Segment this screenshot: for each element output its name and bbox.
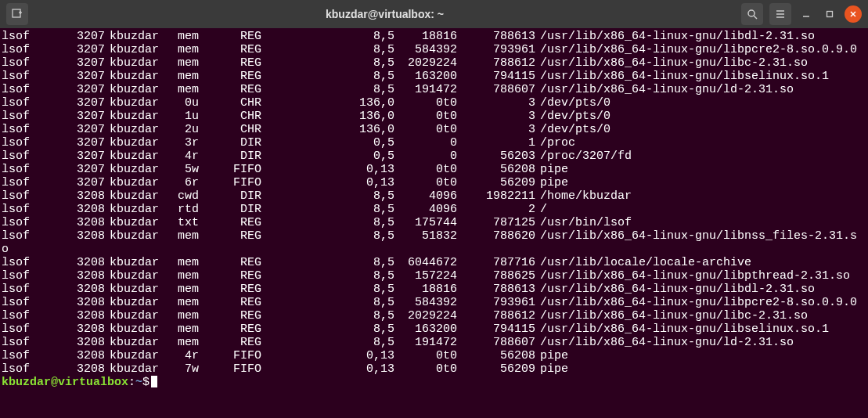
output-row: lsof3208kbuzdarmemREG8,5584392793961/usr… (2, 296, 866, 309)
cell-dev: 8,5 (261, 269, 394, 283)
output-row: lsof3208kbuzdarmemREG8,5157224788625/usr… (2, 269, 866, 283)
cell-node: 788612 (457, 56, 535, 70)
maximize-button[interactable] (821, 5, 838, 23)
cell-pid: 3208 (58, 229, 105, 243)
cell-type: FIFO (199, 176, 261, 189)
cell-cmd: lsof (2, 336, 58, 349)
cell-cmd: lsof (2, 110, 58, 123)
cell-type: REG (199, 83, 261, 96)
cell-size: 4096 (394, 203, 457, 216)
cell-pid: 3207 (58, 70, 105, 83)
cell-cmd: lsof (2, 30, 58, 43)
cell-size: 157224 (394, 269, 457, 283)
terminal-output[interactable]: lsof3207kbuzdarmemREG8,518816788613/usr/… (0, 28, 868, 391)
cell-user: kbuzdar (105, 362, 160, 376)
minimize-button[interactable] (798, 5, 815, 23)
cell-dev: 8,5 (261, 70, 394, 83)
cell-pid: 3207 (58, 43, 105, 56)
cell-node: 794115 (457, 70, 535, 83)
cell-type: REG (199, 229, 261, 243)
cell-dev: 0,13 (261, 349, 394, 362)
cell-fd: txt (160, 216, 199, 229)
cell-pid: 3208 (58, 336, 105, 349)
cell-user: kbuzdar (105, 70, 160, 83)
cell-type: REG (199, 283, 261, 296)
cell-fd: mem (160, 30, 199, 43)
cell-size: 0t0 (394, 110, 457, 123)
cell-type: FIFO (199, 362, 261, 376)
cell-fd: cwd (160, 189, 199, 203)
cell-pid: 3207 (58, 136, 105, 150)
cell-cmd: lsof (2, 256, 58, 269)
cell-name: /usr/lib/x86_64-linux-gnu/ld-2.31.so (535, 83, 866, 96)
cell-fd: mem (160, 269, 199, 283)
cell-cmd: lsof (2, 323, 58, 336)
svg-line-4 (754, 16, 757, 19)
cell-cmd: lsof (2, 309, 58, 323)
menu-button[interactable] (769, 3, 791, 25)
cell-user: kbuzdar (105, 43, 160, 56)
cell-fd: mem (160, 83, 199, 96)
cell-pid: 3207 (58, 123, 105, 136)
cell-name: /usr/lib/x86_64-linux-gnu/libc-2.31.so (535, 309, 866, 323)
cell-size: 6044672 (394, 256, 457, 269)
cell-name: /usr/lib/x86_64-linux-gnu/libselinux.so.… (535, 323, 866, 336)
cell-user: kbuzdar (105, 309, 160, 323)
output-row: lsof3207kbuzdar0uCHR136,00t03/dev/pts/0 (2, 96, 866, 110)
cell-type: REG (199, 43, 261, 56)
output-row: lsof3207kbuzdar5wFIFO0,130t056208pipe (2, 163, 866, 176)
prompt-line[interactable]: kbuzdar@virtualbox:~$ (2, 376, 866, 389)
cell-dev: 0,13 (261, 362, 394, 376)
cell-dev: 8,5 (261, 336, 394, 349)
cell-fd: mem (160, 323, 199, 336)
output-row: lsof3208kbuzdarmemREG8,52029224788612/us… (2, 309, 866, 323)
cell-size: 0 (394, 150, 457, 163)
cell-wrap: o (2, 243, 866, 256)
output-row: lsof3208kbuzdarmemREG8,518816788613/usr/… (2, 283, 866, 296)
cell-fd: 2u (160, 123, 199, 136)
cell-name: / (535, 203, 866, 216)
cell-fd: mem (160, 256, 199, 269)
cell-user: kbuzdar (105, 56, 160, 70)
output-row: lsof3207kbuzdar2uCHR136,00t03/dev/pts/0 (2, 123, 866, 136)
cell-pid: 3208 (58, 269, 105, 283)
cell-user: kbuzdar (105, 349, 160, 362)
cell-name: /usr/lib/x86_64-linux-gnu/libdl-2.31.so (535, 283, 866, 296)
cell-cmd: lsof (2, 283, 58, 296)
cell-cmd: lsof (2, 56, 58, 70)
cell-dev: 8,5 (261, 229, 394, 243)
cell-dev: 8,5 (261, 283, 394, 296)
cell-node: 788607 (457, 336, 535, 349)
cell-fd: 5w (160, 163, 199, 176)
cell-dev: 0,13 (261, 176, 394, 189)
cell-size: 2029224 (394, 309, 457, 323)
output-row: lsof3207kbuzdarmemREG8,5191472788607/usr… (2, 83, 866, 96)
cell-size: 0t0 (394, 176, 457, 189)
output-row: lsof3207kbuzdarmemREG8,5584392793961/usr… (2, 43, 866, 56)
cell-fd: mem (160, 283, 199, 296)
cell-type: REG (199, 216, 261, 229)
cell-pid: 3208 (58, 309, 105, 323)
maximize-icon (826, 10, 834, 18)
cell-pid: 3208 (58, 189, 105, 203)
output-row: lsof3208kbuzdarrtdDIR8,540962/ (2, 203, 866, 216)
prompt-user-host: kbuzdar@virtualbox (2, 376, 128, 389)
cell-name: /dev/pts/0 (535, 96, 866, 110)
cell-node: 788625 (457, 269, 535, 283)
output-row: lsof3207kbuzdar1uCHR136,00t03/dev/pts/0 (2, 110, 866, 123)
output-row: lsof3207kbuzdar4rDIR0,5056203/proc/3207/… (2, 150, 866, 163)
cell-name: /usr/lib/x86_64-linux-gnu/libdl-2.31.so (535, 30, 866, 43)
new-tab-button[interactable] (6, 3, 28, 25)
cell-node: 793961 (457, 296, 535, 309)
close-button[interactable] (845, 5, 862, 23)
search-button[interactable] (741, 3, 763, 25)
cell-size: 0t0 (394, 163, 457, 176)
cell-user: kbuzdar (105, 203, 160, 216)
cell-fd: mem (160, 43, 199, 56)
cell-type: CHR (199, 110, 261, 123)
output-row: lsof3207kbuzdarmemREG8,518816788613/usr/… (2, 30, 866, 43)
cell-node: 56208 (457, 163, 535, 176)
cell-cmd: lsof (2, 96, 58, 110)
cell-cmd: lsof (2, 176, 58, 189)
cell-size: 51832 (394, 229, 457, 243)
